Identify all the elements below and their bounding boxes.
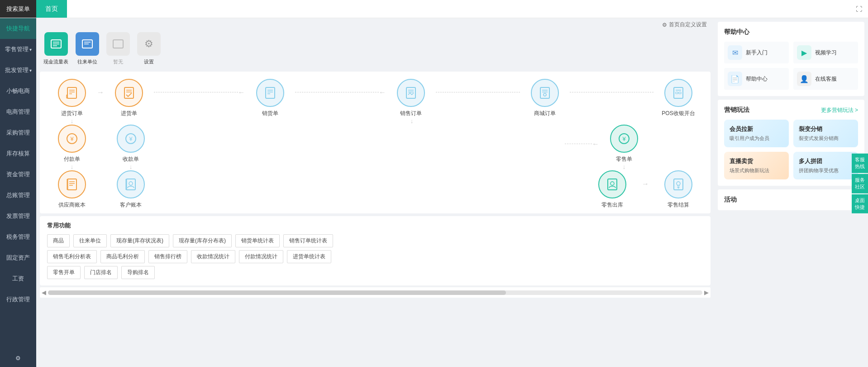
partner-label: 往来单位 [77,58,97,65]
sidebar-item-invoice[interactable]: 发票管理 [0,206,36,227]
sidebar-item-wholesale[interactable]: 批发管理▾ [0,60,36,81]
flow-node-purchase-order[interactable]: 进货订单 [47,79,97,117]
settings-icon[interactable]: ⚙ [0,349,36,367]
flow-node-retail-out[interactable]: 零售出库 [587,170,637,209]
flow-node-pos[interactable]: POS收银开台 [653,79,703,117]
top-bar: 搜索菜单 首页 ⛶ [0,0,868,18]
retail-out-label: 零售出库 [601,201,623,209]
flow-node-mall-order[interactable]: 商城订单 [520,79,570,117]
func-row-3: 零售开单 门店排名 导购排名 [47,266,703,279]
none-label: 暂无 [113,58,123,65]
video-icon: ▶ [797,45,811,60]
flow-node-sales-order[interactable]: 销售订单 [386,79,436,117]
member-title: 会员拉新 [730,125,783,133]
func-btn-product[interactable]: 商品 [47,234,70,247]
svg-rect-8 [67,87,76,98]
vert-arrows-row: ↓ ↓ [47,117,703,125]
marketing-live[interactable]: 直播卖货 场景式购物新玩法 [724,152,789,179]
help-item-beginner[interactable]: ✉ 新手入门 [724,42,789,63]
marketing-grid: 会员拉新 吸引用户成为会员 裂变分销 裂变式发展分销商 直播卖货 场景式购物新玩… [724,120,858,179]
marketing-fission[interactable]: 裂变分销 裂变式发展分销商 [793,120,858,147]
search-menu-button[interactable]: 搜索菜单 [0,0,36,18]
flow-node-retail[interactable]: ¥ 零售单 [599,125,649,163]
help-item-video[interactable]: ▶ 视频学习 [793,42,858,63]
sidebar-item-fixed-assets[interactable]: 固定资产 [0,247,36,268]
marketing-more[interactable]: 更多营销玩法 > [821,106,858,114]
sidebar-item-admin[interactable]: 行政管理 [0,289,36,310]
func-btn-receipt-stat[interactable]: 收款情况统计 [191,250,235,263]
sidebar-item-salary[interactable]: 工资 [0,268,36,289]
beginner-label: 新手入门 [746,49,768,57]
flow-node-purchase[interactable]: 进货单 [104,79,154,117]
sidebar-item-xiaochang[interactable]: 小畅电商 [0,81,36,101]
help-doc-icon: 📄 [728,72,742,86]
func-btn-partner[interactable]: 往来单位 [73,234,107,247]
func-btn-gross-product[interactable]: 商品毛利分析 [100,250,145,263]
scroll-track[interactable] [48,290,702,295]
sidebar-item-tax[interactable]: 税务管理 [0,227,36,247]
shortcut-settings[interactable]: ⚙ 设置 [137,32,161,65]
flow-node-sales[interactable]: 销货单 [245,79,295,117]
scroll-right-arrow[interactable]: ▶ [704,289,709,296]
func-btn-sales-order-stat[interactable]: 销售订单统计表 [283,234,333,247]
purchase-order-icon [58,79,86,107]
func-btn-guide-rank[interactable]: 导购排名 [121,266,155,279]
vert-arrow-1: ↓ [47,117,97,125]
fission-desc: 裂变式发展分销商 [799,135,853,142]
func-btn-payment-stat[interactable]: 付款情况统计 [239,250,283,263]
flow-row-1: 进货订单 → 进货单 ← [47,79,703,117]
help-item-help[interactable]: 📄 帮助中心 [724,68,789,90]
func-btn-purchase-stat[interactable]: 进货单统计表 [287,250,331,263]
supplier-book-label: 供应商账本 [58,201,86,209]
fullscreen-button[interactable]: ⛶ [854,5,863,14]
group-title: 多人拼团 [799,157,853,165]
live-desc: 场景式购物新玩法 [730,167,783,174]
tab-home[interactable]: 首页 [36,0,67,18]
common-title: 常用功能 [47,222,703,230]
main-panel: ⚙ 首页自定义设置 现金流量表 往来单位 [36,18,714,367]
sales-order-label: 销售订单 [400,110,422,117]
sidebar-item-purchase[interactable]: 采购管理 [0,122,36,143]
float-btn-community[interactable]: 服务社区 [852,174,868,193]
shortcut-partner[interactable]: 往来单位 [76,32,99,65]
help-center-title: 帮助中心 [724,28,858,36]
homepage-customize-button[interactable]: ⚙ 首页自定义设置 [662,21,707,29]
float-btn-desktop[interactable]: 桌面快捷 [852,194,868,213]
shortcut-cashflow[interactable]: 现金流量表 [43,32,68,65]
func-btn-stock2[interactable]: 现存量(库存分布表) [173,234,232,247]
flow-node-payment[interactable]: ¥ 付款单 [47,125,97,163]
shortcuts-row: 现金流量表 往来单位 暂无 ⚙ 设置 [36,29,714,69]
marketing-group[interactable]: 多人拼团 拼团购物享受优惠 [793,152,858,179]
flow-node-receipt[interactable]: ¥ 收款单 [106,125,156,163]
func-btn-retail-order[interactable]: 零售开单 [47,266,81,279]
flow-node-retail-settle[interactable]: ¥ 零售结算 [653,170,703,209]
func-btn-sales-stat[interactable]: 销货单统计表 [235,234,280,247]
content-area: ⚙ 首页自定义设置 现金流量表 往来单位 [36,18,868,367]
sidebar-item-finance[interactable]: 资金管理 [0,164,36,185]
service-icon: 👤 [797,72,811,86]
svg-rect-22 [540,87,549,98]
sidebar-item-inventory[interactable]: 库存核算 [0,143,36,164]
func-btn-stock1[interactable]: 现存量(库存状况表) [110,234,169,247]
mall-order-label: 商城订单 [534,110,556,117]
scroll-left-arrow[interactable]: ◀ [42,289,46,296]
func-btn-gross-sales[interactable]: 销售毛利分析表 [47,250,97,263]
sidebar-item-retail[interactable]: 零售管理▾ [0,39,36,60]
func-btn-sales-rank[interactable]: 销售排行榜 [148,250,187,263]
sidebar-item-ledger[interactable]: 总账管理 [0,185,36,206]
arrow-icon: ▾ [29,47,32,52]
help-item-service[interactable]: 👤 在线客服 [793,68,858,90]
flow-node-supplier-book[interactable]: 供应商账本 [47,170,97,209]
sidebar-item-quicknav[interactable]: 快捷导航 [0,18,36,39]
sidebar-item-ecommerce[interactable]: 电商管理 [0,101,36,122]
svg-rect-19 [406,87,415,98]
shortcut-none[interactable]: 暂无 [106,32,130,65]
func-btn-store-rank[interactable]: 门店排名 [84,266,118,279]
settings-shortcut-icon: ⚙ [137,32,161,56]
right-panel: 帮助中心 ✉ 新手入门 ▶ 视频学习 📄 帮助中心 👤 [714,18,868,367]
flow-node-customer-book[interactable]: 客户账本 [106,170,156,209]
flow-row-2: ¥ 付款单 ¥ 收款单 [47,125,703,163]
marketing-member[interactable]: 会员拉新 吸引用户成为会员 [724,120,789,147]
sales-order-icon [397,79,425,107]
float-btn-service[interactable]: 客服热线 [852,154,868,173]
